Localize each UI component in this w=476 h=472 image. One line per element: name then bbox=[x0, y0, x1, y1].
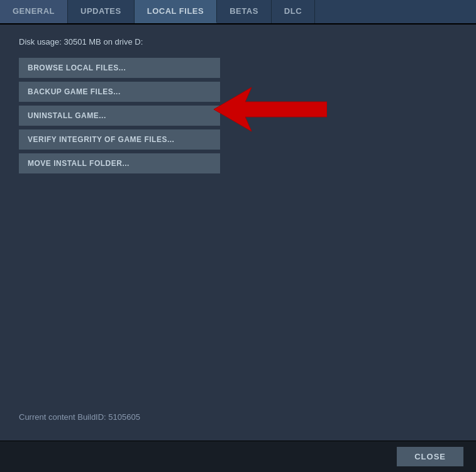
arrow-annotation bbox=[214, 84, 327, 134]
browse-local-files-button[interactable]: BROWSE LOCAL FILES... bbox=[19, 58, 220, 78]
disk-usage-label: Disk usage: 30501 MB on drive D: bbox=[19, 37, 457, 47]
close-button[interactable]: CLOSE bbox=[397, 447, 463, 466]
tab-updates[interactable]: UPDATES bbox=[68, 0, 135, 23]
buttons-section: BROWSE LOCAL FILES... BACKUP GAME FILES.… bbox=[19, 58, 220, 173]
tab-dlc[interactable]: DLC bbox=[272, 0, 315, 23]
uninstall-game-button[interactable]: UNINSTALL GAME... bbox=[19, 106, 220, 126]
svg-marker-0 bbox=[214, 87, 327, 131]
move-install-folder-button[interactable]: MOVE INSTALL FOLDER... bbox=[19, 153, 220, 173]
main-content: Disk usage: 30501 MB on drive D: BROWSE … bbox=[0, 25, 476, 441]
tab-general[interactable]: GENERAL bbox=[0, 0, 68, 23]
verify-integrity-button[interactable]: VERIFY INTEGRITY OF GAME FILES... bbox=[19, 129, 220, 150]
tab-bar: GENERAL UPDATES LOCAL FILES BETAS DLC bbox=[0, 0, 476, 25]
tab-betas[interactable]: BETAS bbox=[217, 0, 272, 23]
build-id-label: Current content BuildID: 5105605 bbox=[19, 412, 457, 428]
footer: CLOSE bbox=[0, 441, 476, 472]
tab-local-files[interactable]: LOCAL FILES bbox=[135, 0, 217, 23]
backup-game-files-button[interactable]: BACKUP GAME FILES... bbox=[19, 82, 220, 102]
